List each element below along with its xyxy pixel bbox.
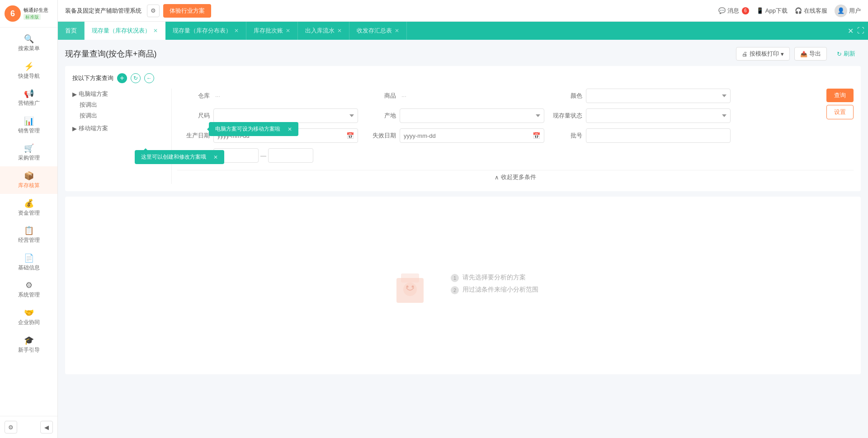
refresh-button[interactable]: ↻ 刷新 — [831, 47, 861, 60]
export-button[interactable]: 📤 导出 — [794, 47, 827, 61]
sidebar-label-inventory: 库存核算 — [18, 182, 40, 189]
tab-collect-summary-close[interactable]: ✕ — [395, 28, 399, 34]
sidebar-label-operations: 经营管理 — [18, 237, 40, 244]
sidebar-label-basicinfo: 基础信息 — [18, 264, 40, 272]
filter-row-2: 尺码 产地 现存量状态 — [177, 108, 821, 123]
tooltip1-close-btn[interactable]: ✕ — [288, 126, 292, 132]
empty-step-1: 1 请先选择要分析的方案 — [451, 273, 538, 282]
sidebar-item-sales[interactable]: 📊 销售管理 — [0, 112, 57, 139]
tab-home-label: 首页 — [65, 27, 77, 35]
sidebar-item-marketing[interactable]: 📢 营销推广 — [0, 84, 57, 112]
tab-inout-flow[interactable]: 出入库流水 ✕ — [298, 22, 349, 40]
tab-close-all-btn[interactable]: ✕ — [848, 27, 854, 35]
scheme-group-mobile-header[interactable]: ▶ 移动端方案 — [72, 123, 166, 134]
color-select[interactable] — [586, 89, 731, 103]
warehouse-dots[interactable]: ··· — [213, 93, 222, 99]
user-avatar: 👤 — [835, 5, 847, 17]
collapse-btn[interactable]: ∧ 收起更多条件 — [177, 170, 854, 184]
sidebar-item-operations[interactable]: 📋 经营管理 — [0, 221, 57, 249]
filter-refresh-btn[interactable]: ↻ — [131, 73, 141, 83]
sidebar-item-purchase[interactable]: 🛒 采购管理 — [0, 139, 57, 166]
scheme-item-2[interactable]: 按调出 — [72, 110, 166, 121]
step1-text: 请先选择要分析的方案 — [462, 273, 526, 282]
origin-select[interactable] — [400, 108, 544, 123]
support-item[interactable]: 🎧 在线客服 — [795, 7, 827, 15]
sidebar-item-finance[interactable]: 💰 资金管理 — [0, 194, 57, 221]
tab-home[interactable]: 首页 — [58, 22, 85, 40]
tab-expand-btn[interactable]: ⛶ — [857, 27, 864, 35]
system-icon: ⚙ — [25, 280, 33, 290]
expdate-input[interactable] — [404, 132, 533, 139]
proddate-label: 生产日期 — [177, 132, 213, 140]
filter-back-btn[interactable]: ← — [144, 73, 154, 83]
warehouse-label: 仓库 — [177, 92, 213, 100]
header-left: 装备及固定资产辅助管理系统 ⚙ 体验行业方案 — [65, 4, 211, 18]
size-select[interactable] — [213, 108, 358, 123]
tooltip2-close-btn[interactable]: ✕ — [213, 154, 218, 160]
stock-main-to[interactable] — [268, 148, 313, 163]
tab-collect-summary[interactable]: 收发存汇总表 ✕ — [349, 22, 407, 40]
filter-row-1: 仓库 ··· 商品 ··· 颜色 — [177, 89, 821, 103]
enterprise-icon: 🤝 — [24, 308, 34, 318]
filter-header: 按以下方案查询 + ↻ ← — [72, 73, 854, 83]
status-select[interactable] — [586, 108, 731, 123]
system-title: 装备及固定资产辅助管理系统 — [65, 7, 142, 15]
sidebar-label-finance: 资金管理 — [18, 210, 40, 217]
sidebar-item-inventory[interactable]: 📦 库存核算 — [0, 166, 57, 194]
tab-bar-end: ✕ ⛶ — [848, 27, 868, 35]
tooltip2-text: 这里可以创建和修改方案哦 — [141, 153, 206, 161]
tab-inventory-dist-close[interactable]: ✕ — [234, 28, 239, 34]
sidebar-item-newbie[interactable]: 🎓 新手引导 — [0, 331, 57, 358]
scheme-item-1[interactable]: 按调出 — [72, 99, 166, 110]
refresh-icon: ↻ — [837, 51, 842, 57]
empty-step-2: 2 用过滤条件来缩小分析范围 — [451, 286, 538, 294]
industry-btn[interactable]: 体验行业方案 — [163, 4, 211, 18]
set-button[interactable]: 设置 — [826, 105, 854, 119]
tab-batch-ledger-close[interactable]: ✕ — [286, 28, 290, 34]
filter-body: ▶ 电脑端方案 按调出 按调出 ▶ 移动端方案 — [72, 89, 854, 184]
app-download-item[interactable]: 📱 App下载 — [756, 7, 788, 15]
logo-line1: 畅通好生意 — [24, 7, 48, 14]
settings-button[interactable]: ⚙ — [5, 421, 17, 433]
empty-state-inner: 1 请先选择要分析的方案 2 用过滤条件来缩小分析范围 — [387, 260, 538, 311]
chevron-up-icon: ∧ — [495, 174, 499, 181]
export-label: 导出 — [809, 50, 821, 58]
print-template-button[interactable]: 🖨 按模板打印 ▾ — [736, 47, 790, 61]
tab-inventory-status-close[interactable]: ✕ — [153, 28, 158, 34]
batch-input[interactable] — [586, 128, 731, 143]
filter-actions-col: 查询 设置 — [821, 89, 854, 168]
logo-icon: 6 — [5, 5, 21, 22]
chevron-right-icon: ▶ — [72, 91, 77, 98]
proddate-calendar-icon[interactable]: 📅 — [346, 132, 354, 139]
search-button[interactable]: 查询 — [826, 89, 854, 102]
sidebar-item-basicinfo[interactable]: 📄 基础信息 — [0, 249, 57, 276]
user-item[interactable]: 👤 用户 — [835, 5, 861, 17]
collapse-sidebar-button[interactable]: ◀ — [40, 421, 53, 433]
finance-icon: 💰 — [24, 198, 34, 208]
messages-label: 消息 — [727, 7, 739, 15]
sidebar-item-system[interactable]: ⚙ 系统管理 — [0, 276, 57, 303]
goods-dots[interactable]: ··· — [400, 93, 408, 99]
step-num-1: 1 — [451, 274, 459, 282]
tab-batch-ledger[interactable]: 库存批次账 ✕ — [246, 22, 298, 40]
scheme-group-pc-header[interactable]: ▶ 电脑端方案 — [72, 89, 166, 99]
expdate-calendar-icon[interactable]: 📅 — [533, 132, 540, 139]
messages-item[interactable]: 💬 消息 6 — [718, 7, 749, 15]
sidebar-item-search[interactable]: 🔍 搜索菜单 — [0, 29, 57, 57]
header-settings-button[interactable]: ⚙ — [147, 5, 160, 17]
basicinfo-icon: 📄 — [24, 253, 34, 263]
filter-add-btn[interactable]: + — [117, 73, 127, 83]
sidebar-label-newbie: 新手引导 — [18, 347, 40, 354]
operations-icon: 📋 — [24, 226, 34, 235]
page-title-bar: 现存量查询(按仓库+商品) 🖨 按模板打印 ▾ 📤 导出 ↻ 刷新 — [65, 47, 861, 61]
sidebar-item-enterprise[interactable]: 🤝 企业协同 — [0, 303, 57, 331]
step2-text: 用过滤条件来缩小分析范围 — [462, 286, 538, 294]
sidebar-item-quicknav[interactable]: ⚡ 快捷导航 — [0, 57, 57, 85]
tab-inventory-status[interactable]: 现存量（库存状况表） ✕ — [85, 22, 165, 40]
tooltip1-text: 电脑方案可设为移动方案啦 — [215, 125, 280, 133]
tab-inout-flow-close[interactable]: ✕ — [337, 28, 342, 34]
tab-inventory-dist[interactable]: 现存量（库存分布表） ✕ — [165, 22, 246, 40]
filter-section: 电脑方案可设为移动方案啦 ✕ 这里可以创建和修改方案哦 ✕ 按以下方案查询 + … — [65, 66, 861, 191]
tooltip-create-scheme: 这里可以创建和修改方案哦 ✕ — [135, 150, 224, 164]
sidebar-label-marketing: 营销推广 — [18, 100, 40, 107]
